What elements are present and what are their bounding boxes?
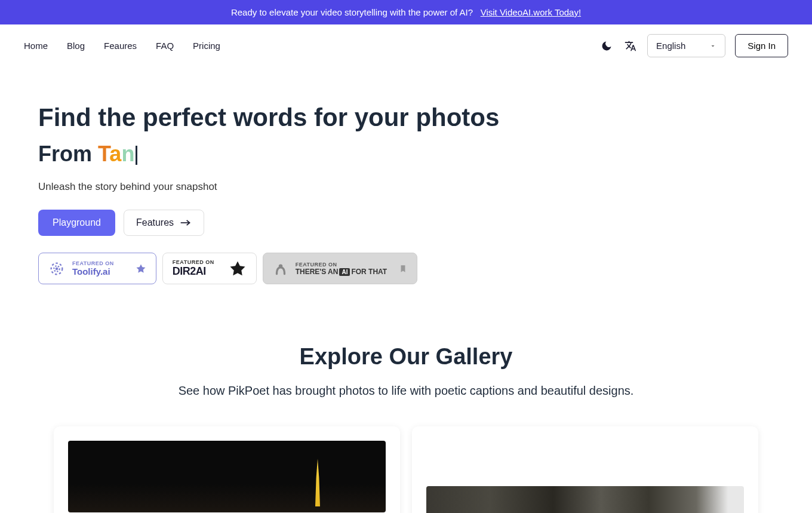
features-button[interactable]: Features [124,210,204,236]
svg-point-4 [278,264,282,268]
typed-char: a [109,142,121,166]
star-icon [229,260,247,278]
featured-badges: FEATURED ON Toolify.ai FEATURED ON DIR2A… [38,253,774,284]
features-button-label: Features [136,217,174,228]
chevron-down-icon [709,42,716,50]
bookmark-icon [399,263,407,274]
banner-text: Ready to elevate your video storytelling… [231,7,473,17]
badge-label-bottom: THERE'S ANAIFOR THAT [296,268,387,276]
playground-button[interactable]: Playground [38,210,115,236]
nav-features[interactable]: Feaures [104,41,137,51]
badge-label-top: FEATURED ON [173,259,214,265]
gallery-subheading: See how PikPoet has brought photos to li… [38,384,774,398]
gallery-image-rocks [426,486,744,513]
banner-link[interactable]: Visit VideoAI.work Today! [481,7,581,17]
gallery-card[interactable] [412,426,758,513]
navbar: Home Blog Feaures FAQ Pricing English Si… [0,24,812,67]
hero-buttons: Playground Features [38,210,774,236]
gallery-heading: Explore Our Gallery [38,344,774,370]
gallery-card[interactable] [54,426,400,513]
hero-subtitle: From Tan [38,142,774,167]
gallery-grid [38,426,774,513]
typed-char: n [121,142,134,166]
badge-label-bottom: DIR2AI [173,265,214,278]
badge-label-bottom: Toolify.ai [72,266,114,277]
badge-label-top: FEATURED ON [296,262,387,268]
toolify-icon [48,260,65,277]
badge-toolify[interactable]: FEATURED ON Toolify.ai [38,253,156,284]
nav-right: English Sign In [599,34,788,57]
signin-button[interactable]: Sign In [735,34,788,57]
nav-blog[interactable]: Blog [67,41,85,51]
translate-icon [625,40,636,52]
badge-label-top: FEATURED ON [72,260,114,266]
gallery-image-night [68,441,386,512]
badge-dir2ai[interactable]: FEATURED ON DIR2AI [162,253,257,284]
nav-faq[interactable]: FAQ [156,41,174,51]
badge-text: FEATURED ON DIR2AI [173,259,214,278]
promo-banner: Ready to elevate your video storytelling… [0,0,812,24]
badge-theresanaiforthat[interactable]: FEATURED ON THERE'S ANAIFOR THAT [263,253,418,284]
hero-title: Find the perfect words for your photos [38,103,774,132]
badge-text: FEATURED ON THERE'S ANAIFOR THAT [296,262,387,276]
hero-section: Find the perfect words for your photos F… [0,67,812,308]
nav-left: Home Blog Feaures FAQ Pricing [24,41,220,51]
language-select[interactable]: English [647,34,725,57]
subtitle-prefix: From [38,142,98,166]
nav-pricing[interactable]: Pricing [193,41,220,51]
badge-text: FEATURED ON Toolify.ai [72,260,114,277]
typing-cursor [136,146,137,165]
gallery-section: Explore Our Gallery See how PikPoet has … [0,308,812,513]
svg-point-3 [56,267,59,270]
star-icon [136,263,146,274]
language-value: English [656,41,685,51]
typed-char: T [98,142,109,166]
dark-mode-toggle[interactable] [599,39,614,53]
moon-icon [601,40,613,52]
translate-button[interactable] [623,39,638,53]
mascot-icon [273,261,288,277]
nav-home[interactable]: Home [24,41,48,51]
hero-tagline: Unleash the story behind your snapshot [38,181,774,193]
arrow-right-icon [180,219,192,227]
